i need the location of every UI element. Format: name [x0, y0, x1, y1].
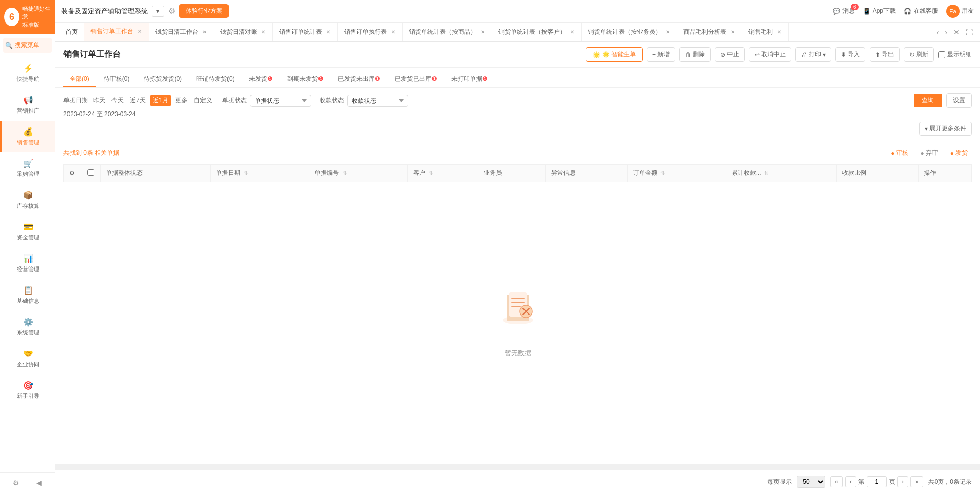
- refresh-button[interactable]: ↻ 刷新: [904, 47, 934, 62]
- sidebar-item-operations[interactable]: 📊 经营管理: [0, 248, 55, 279]
- number-sort-icon[interactable]: ⇅: [343, 170, 347, 176]
- page-number-input[interactable]: [867, 476, 887, 487]
- col-amount[interactable]: 订单金额 ⇅: [627, 165, 726, 182]
- tab-cash-check[interactable]: 钱货日清对账 ✕: [214, 23, 273, 42]
- sub-tab-not-printed[interactable]: 未打印单据❶: [445, 72, 494, 87]
- tab-close-all-button[interactable]: ✕: [950, 26, 963, 38]
- tab-cash-check-close[interactable]: ✕: [260, 29, 266, 35]
- export-button[interactable]: ⬆ 导出: [870, 47, 900, 62]
- date-yesterday[interactable]: 昨天: [91, 95, 107, 106]
- tab-sales-profit[interactable]: 销售毛利 ✕: [742, 23, 789, 42]
- tab-cash-daily-close[interactable]: ✕: [201, 29, 208, 35]
- sidebar-item-enterprise[interactable]: 🤝 企业协同: [0, 343, 55, 374]
- payment-select[interactable]: 收款状态: [347, 95, 408, 107]
- print-button[interactable]: 🖨 打印 ▾: [795, 47, 831, 62]
- date-last1m[interactable]: 近1月: [150, 95, 172, 106]
- sidebar-item-guide[interactable]: 🎯 新手引导: [0, 374, 55, 406]
- sidebar-item-base-info[interactable]: 📋 基础信息: [0, 279, 55, 311]
- smart-create-button[interactable]: 🌟 🌟 智能生单: [586, 47, 643, 62]
- tab-margin-analysis-close[interactable]: ✕: [730, 29, 736, 35]
- page-size-select[interactable]: 10 20 50 100: [797, 476, 825, 488]
- search-menu-button[interactable]: 🔍 搜索菜单: [3, 38, 52, 53]
- show-detail-checkbox[interactable]: [938, 51, 945, 58]
- ship-action-button[interactable]: ● 发货: [946, 147, 972, 159]
- tab-sales-stat-staff[interactable]: 销货单统计表（按业务员） ✕: [582, 23, 677, 42]
- next-page-button[interactable]: ›: [897, 476, 908, 487]
- tab-fullscreen-button[interactable]: ⛶: [963, 26, 976, 38]
- system-settings-button[interactable]: ⚙: [168, 6, 175, 16]
- sub-tab-shipped-no-out[interactable]: 已发货未出库❶: [332, 72, 386, 87]
- sidebar-item-quick-nav[interactable]: ⚡ 快捷导航: [0, 57, 55, 89]
- date-more[interactable]: 更多: [173, 95, 190, 106]
- tab-home[interactable]: 首页: [59, 23, 84, 42]
- sub-tab-not-shipped[interactable]: 未发货❶: [243, 72, 279, 87]
- tab-sales-stat-close[interactable]: ✕: [325, 29, 331, 35]
- horizontal-scrollbar[interactable]: [55, 464, 980, 470]
- sidebar-item-marketing[interactable]: 📢 营销推广: [0, 89, 55, 121]
- received-sort-icon[interactable]: ⇅: [764, 170, 768, 176]
- amount-sort-icon[interactable]: ⇅: [660, 170, 665, 176]
- date-last7[interactable]: 近7天: [128, 95, 148, 106]
- customer-sort-icon[interactable]: ⇅: [429, 170, 433, 176]
- tab-sales-stat-staff-close[interactable]: ✕: [665, 29, 671, 35]
- tab-sales-exec[interactable]: 销售订单执行表 ✕: [338, 23, 403, 42]
- expand-filter-button[interactable]: ▾ 展开更多条件: [919, 122, 972, 136]
- system-dropdown-button[interactable]: ▾: [152, 6, 164, 17]
- col-received[interactable]: 累计收款... ⇅: [726, 165, 836, 182]
- tab-prev-button[interactable]: ‹: [933, 26, 942, 38]
- filter-settings-button[interactable]: 设置: [946, 93, 972, 108]
- experience-button[interactable]: 体验行业方案: [179, 4, 229, 18]
- sidebar-item-finance[interactable]: 💳 资金管理: [0, 216, 55, 248]
- delete-button[interactable]: 🗑 删除: [679, 47, 711, 62]
- date-custom[interactable]: 自定义: [192, 95, 214, 106]
- tab-sales-exec-close[interactable]: ✕: [390, 29, 396, 35]
- tab-sales-stat[interactable]: 销售订单统计表 ✕: [273, 23, 338, 42]
- cancel-stop-button[interactable]: ↩ 取消中止: [749, 47, 791, 62]
- tab-cash-daily[interactable]: 钱货日清工作台 ✕: [149, 23, 214, 42]
- sub-tab-all[interactable]: 全部(0): [63, 72, 96, 87]
- sub-tab-shipped-out[interactable]: 已发货已出库❶: [389, 72, 443, 87]
- tab-sales-workbench[interactable]: 销售订单工作台 ✕: [84, 23, 149, 42]
- user-action[interactable]: Ea 用友: [946, 5, 974, 18]
- col-settings[interactable]: ⚙: [64, 165, 82, 182]
- date-today[interactable]: 今天: [109, 95, 126, 106]
- tab-sales-profit-close[interactable]: ✕: [776, 29, 782, 35]
- sub-tab-pending-review[interactable]: 待审核(0): [98, 72, 136, 87]
- sidebar-item-purchase[interactable]: 🛒 采购管理: [0, 152, 55, 184]
- tab-sales-stat-goods[interactable]: 销货单统计表（按商品） ✕: [403, 23, 492, 42]
- sidebar-item-system[interactable]: ⚙️ 系统管理: [0, 311, 55, 343]
- tab-sales-workbench-close[interactable]: ✕: [136, 28, 143, 35]
- import-button[interactable]: ⬇ 导入: [835, 47, 865, 62]
- guide-icon: 🎯: [23, 380, 33, 390]
- tab-next-button[interactable]: ›: [942, 26, 950, 38]
- sidebar-collapse-button[interactable]: ◀: [34, 477, 44, 489]
- first-page-button[interactable]: «: [830, 476, 843, 487]
- review-action-button[interactable]: ● 审核: [886, 147, 912, 159]
- app-download-action[interactable]: 📱 App下载: [863, 7, 896, 15]
- sub-tab-wangpu-ship[interactable]: 旺铺待发货(0): [190, 72, 241, 87]
- tab-sales-stat-customer[interactable]: 销货单统计表（按客户） ✕: [492, 23, 582, 42]
- col-check[interactable]: [82, 165, 101, 182]
- sidebar-settings-button[interactable]: ⚙: [11, 477, 21, 489]
- date-sort-icon[interactable]: ⇅: [244, 170, 248, 176]
- tab-sales-stat-customer-close[interactable]: ✕: [569, 29, 575, 35]
- sidebar-item-sales[interactable]: 💰 销售管理: [0, 121, 55, 152]
- prev-page-button[interactable]: ‹: [845, 476, 856, 487]
- last-page-button[interactable]: »: [910, 476, 923, 487]
- col-customer[interactable]: 客户 ⇅: [408, 165, 478, 182]
- select-all-checkbox[interactable]: [87, 169, 94, 176]
- search-button[interactable]: 查询: [914, 94, 942, 107]
- col-number[interactable]: 单据编号 ⇅: [309, 165, 408, 182]
- status-select[interactable]: 单据状态: [250, 95, 311, 107]
- col-date[interactable]: 单据日期 ⇅: [211, 165, 309, 182]
- sidebar-item-inventory[interactable]: 📦 库存核算: [0, 184, 55, 216]
- add-button[interactable]: + 新增: [647, 47, 675, 62]
- tab-margin-analysis[interactable]: 商品毛利分析表 ✕: [677, 23, 742, 42]
- sub-tab-overdue-ship[interactable]: 到期未发货❶: [281, 72, 330, 87]
- online-service-action[interactable]: 🎧 在线客服: [904, 7, 938, 15]
- stop-button[interactable]: ⊘ 中止: [715, 47, 745, 62]
- message-action[interactable]: 💬 消息 6: [833, 7, 855, 15]
- sub-tab-pending-inspect[interactable]: 待拣货发货(0): [138, 72, 188, 87]
- unreviewed-action-button[interactable]: ● 弃审: [917, 147, 942, 159]
- tab-sales-stat-goods-close[interactable]: ✕: [480, 29, 486, 35]
